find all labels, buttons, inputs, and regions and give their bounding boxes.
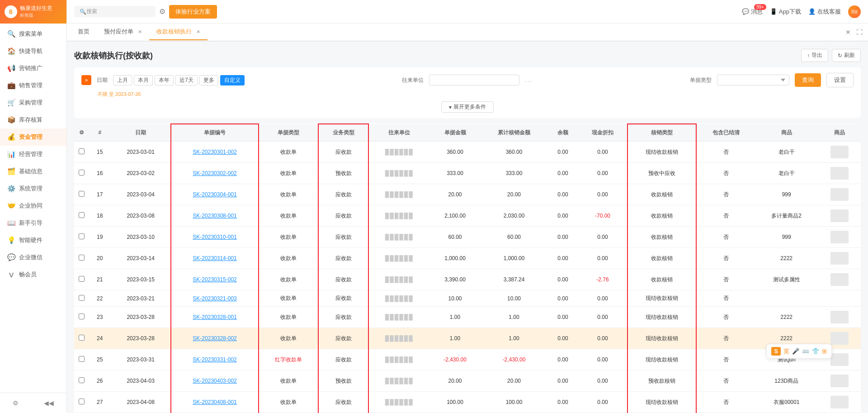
bill-no-link[interactable]: SK-20230331-002 xyxy=(193,356,236,363)
cell-cumulative: 1,000.00 xyxy=(481,248,547,269)
sidebar-item-3[interactable]: 💼销售管理 xyxy=(0,77,66,94)
tab-verify[interactable]: 收款核销执行 ✕ xyxy=(149,24,208,40)
row-checkbox[interactable] xyxy=(79,276,85,282)
sidebar-item-7[interactable]: 📊经营管理 xyxy=(0,146,66,163)
date-more-btn[interactable]: 更多 xyxy=(199,75,218,85)
sidebar-item-0[interactable]: 🔍搜索菜单 xyxy=(0,25,66,43)
bill-no-link[interactable]: SK-20230328-002 xyxy=(193,335,236,342)
cell-bill-amount: 1.00 xyxy=(429,307,481,328)
bill-no-link[interactable]: SK-20230310-001 xyxy=(193,234,236,240)
cell-bill-amount: 3,390.00 xyxy=(429,269,481,290)
tab-verify-close[interactable]: ✕ xyxy=(196,29,200,35)
th-cumulative: 累计核销金额 xyxy=(481,124,547,142)
cell-settings[interactable] xyxy=(74,142,89,163)
online-service-btn[interactable]: 👤 在线客服 xyxy=(808,8,841,16)
cell-settings[interactable] xyxy=(74,269,89,290)
row-checkbox[interactable] xyxy=(79,255,85,261)
cell-settings[interactable] xyxy=(74,248,89,269)
bill-no-link[interactable]: SK-20230408-001 xyxy=(193,399,236,405)
solution-btn[interactable]: 体验行业方案 xyxy=(169,5,217,19)
row-checkbox[interactable] xyxy=(79,356,85,362)
date-this-month-btn[interactable]: 本月 xyxy=(134,75,153,85)
row-checkbox[interactable] xyxy=(79,233,85,239)
user-avatar[interactable]: Rit xyxy=(848,5,861,18)
bill-no-link[interactable]: SK-20230304-001 xyxy=(193,191,236,198)
query-btn[interactable]: 查询 xyxy=(795,73,821,87)
expand-more-btn[interactable]: ▾ 展开更多条件 xyxy=(441,101,494,113)
sidebar-icon-11: 📖 xyxy=(7,219,15,227)
row-checkbox[interactable] xyxy=(79,399,85,404)
cell-settings[interactable] xyxy=(74,307,89,328)
tab-prepayment-close[interactable]: ✕ xyxy=(138,29,142,35)
bill-type-select[interactable]: 收款单 红字收款单 xyxy=(717,75,789,85)
bill-no-link[interactable]: SK-20230315-002 xyxy=(193,276,236,283)
cell-settings[interactable] xyxy=(74,184,89,205)
bill-no-link[interactable]: SK-20230301-002 xyxy=(193,149,236,155)
bill-no-link[interactable]: SK-20230321-003 xyxy=(193,295,236,302)
date-this-year-btn[interactable]: 本年 xyxy=(155,75,174,85)
sidebar-item-12[interactable]: 💡智能硬件 xyxy=(0,232,66,249)
sidebar-item-11[interactable]: 📖新手引导 xyxy=(0,214,66,232)
sidebar-item-6[interactable]: 💰资金管理 xyxy=(0,128,66,146)
sidebar-item-5[interactable]: 📦库存核算 xyxy=(0,111,66,128)
sidebar-item-14[interactable]: V畅会员 xyxy=(0,266,66,283)
cell-settings[interactable] xyxy=(74,290,89,307)
bill-no-link[interactable]: SK-20230314-001 xyxy=(193,255,236,261)
cell-bill-amount: 1,000.00 xyxy=(429,248,481,269)
app-download-btn[interactable]: 📱 App下载 xyxy=(770,8,801,16)
settings-footer-btn[interactable]: ⚙ xyxy=(10,397,21,409)
tab-prepayment[interactable]: 预付应付单 ✕ xyxy=(97,24,149,40)
export-btn[interactable]: ↑ 导出 xyxy=(801,49,828,62)
sidebar-icon-13: 💬 xyxy=(7,253,15,261)
bill-no-link[interactable]: SK-20230403-002 xyxy=(193,378,236,384)
date-custom-btn[interactable]: 自定义 xyxy=(220,75,245,85)
row-checkbox[interactable] xyxy=(79,313,85,319)
row-checkbox[interactable] xyxy=(79,295,85,301)
cell-settings[interactable] xyxy=(74,328,89,349)
row-checkbox[interactable] xyxy=(79,377,85,383)
sidebar-item-2[interactable]: 📢营销推广 xyxy=(0,60,66,77)
bill-no-link[interactable]: SK-20230328-001 xyxy=(193,314,236,320)
filter-toggle-btn[interactable]: » xyxy=(81,75,91,85)
sidebar-label-11: 新手引导 xyxy=(19,219,42,227)
keyboard-icon[interactable]: ⌨️ xyxy=(802,348,809,355)
grid-icon[interactable]: ⊞ xyxy=(822,348,827,355)
row-checkbox[interactable] xyxy=(79,335,85,341)
mic-icon[interactable]: 🎤 xyxy=(792,348,799,355)
message-btn[interactable]: 💬 消息 99+ xyxy=(742,8,763,16)
sidebar-item-8[interactable]: 🗂️基础信息 xyxy=(0,163,66,180)
cell-settings[interactable] xyxy=(74,370,89,392)
tab-fullscreen-btn[interactable]: ⛶ xyxy=(854,27,864,38)
sidebar-item-10[interactable]: 🤝企业协同 xyxy=(0,197,66,214)
row-checkbox[interactable] xyxy=(79,191,85,197)
bill-no-link[interactable]: SK-20230302-002 xyxy=(193,170,236,176)
row-checkbox[interactable] xyxy=(79,170,85,176)
date-7days-btn[interactable]: 近7天 xyxy=(175,75,198,85)
sidebar-item-4[interactable]: 🛒采购管理 xyxy=(0,94,66,111)
cell-discount: 0.00 xyxy=(578,328,628,349)
tab-close-all-btn[interactable]: ✕ xyxy=(844,27,853,38)
row-checkbox[interactable] xyxy=(79,212,85,218)
cell-settings[interactable] xyxy=(74,163,89,184)
topbar-gear-icon[interactable]: ⚙ xyxy=(159,7,165,16)
date-last-month-btn[interactable]: 上月 xyxy=(113,75,132,85)
collapse-sidebar-btn[interactable]: ◀◀ xyxy=(41,397,57,409)
th-settings[interactable]: ⚙ xyxy=(74,124,89,142)
row-checkbox[interactable] xyxy=(79,148,85,154)
cell-settings[interactable] xyxy=(74,392,89,413)
bill-no-link[interactable]: SK-20230308-001 xyxy=(193,213,236,219)
sidebar-item-13[interactable]: 💬企业微信 xyxy=(0,249,66,266)
cell-settings[interactable] xyxy=(74,227,89,248)
refresh-btn[interactable]: ↻ 刷新 xyxy=(832,49,861,62)
tab-home[interactable]: 首页 xyxy=(71,24,97,40)
cell-settings[interactable] xyxy=(74,205,89,227)
topbar-search-box[interactable]: 🔍 搜索 xyxy=(74,6,156,17)
sidebar-icon-9: ⚙️ xyxy=(7,185,15,193)
sidebar-item-9[interactable]: ⚙️系统管理 xyxy=(0,180,66,197)
sidebar-item-1[interactable]: 🏠快捷导航 xyxy=(0,43,66,60)
filter-settings-btn[interactable]: 设置 xyxy=(826,73,854,87)
shirt-icon[interactable]: 👕 xyxy=(812,348,819,355)
cell-settings[interactable] xyxy=(74,349,89,370)
partner-filter-input[interactable] xyxy=(429,75,519,85)
cell-verify-type: 现结收款核销 xyxy=(627,142,696,163)
